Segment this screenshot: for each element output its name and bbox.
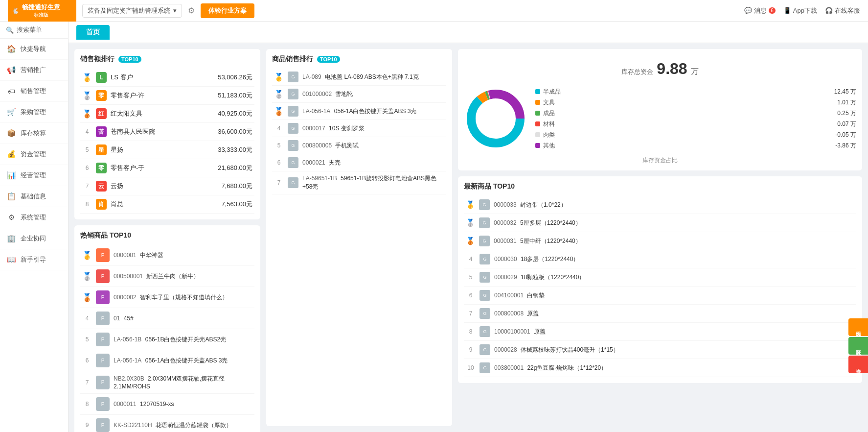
product-info: 0000030 18多层（1220*2440） [494,255,854,264]
online-service-label: 在线客服 [835,6,860,15]
product-code: LA-089 [302,73,321,80]
medal-icon: 🥉 [82,109,92,119]
message-icon: 💬 [744,7,752,14]
product-info: 003800001 22g鱼豆腐-烧烤味（1*12*20） [494,364,854,372]
new-products-list: 🥇 G 0000033 封边带（1.0*22） 🥈 G 0000032 5厘多层… [464,196,856,377]
home-icon: 🏠 [7,45,16,53]
top-bar: 🐇 畅捷通好生意 标准版 装备及固定资产辅助管理系统 ▾ ⚙ 体验行业方案 💬 … [0,0,868,22]
rank-amount: 53,006.26元 [218,73,252,82]
rank-avatar: 零 [96,163,107,173]
product-code: 003800001 [494,364,524,371]
legend-name: 其他 [543,142,832,150]
sidebar-item-label: 新手引导 [21,255,46,264]
app-selector[interactable]: 装备及固定资产辅助管理系统 ▾ [82,4,182,18]
product-info: 0000017 10S 变刹罗浆 [302,124,444,133]
medal-icon: 🥈 [82,91,92,100]
home-tab[interactable]: 首页 [76,25,110,40]
logo-icon: 🐇 [12,7,19,14]
hot-prod-row: 9 P KK-SD22110H 花语萌恒温分蘸罐袋（厚款） [80,415,254,432]
hot-prod-info: 0000002 智利车子里（规格不知道填什么） [114,293,252,302]
product-code: KK-SD22110H [114,422,152,429]
rank-avatar: 星 [96,144,107,155]
rank-row: 7 云 云扬 7,680.00元 [80,177,254,195]
sidebar-item-home[interactable]: 🏠 快捷导航 [0,39,68,60]
sidebar-item-label: 基础信息 [21,192,46,201]
product-thumb: G [288,72,298,82]
search-menu[interactable]: 🔍 搜索菜单 [0,22,68,39]
legend-value: -3.86 万 [835,142,856,150]
product-info: 0000028 体械荔枝味苏打饮品400毫升（1*15） [494,346,854,354]
product-row: 🥇 G LA-089 电池盖 LA-089 ABS本色+黑种 7.1克 [272,69,446,86]
product-info: 004100001 白钢垫 [494,291,854,300]
logo-title: 畅捷通好生意 [22,3,60,12]
product-thumb: G [480,254,490,264]
rank-amount: 21,680.00元 [218,164,252,172]
hot-prod-row: 6 P LA-056-1A 056-1A白色按键开关盖ABS 3壳 [80,350,254,371]
messages-btn[interactable]: 💬 消息 6 [744,6,776,15]
hot-prod-thumb: P [96,376,110,389]
product-code: 0000033 [494,201,517,208]
product-row: 6 G 0000021 夹壳 [272,154,446,171]
top-products-card: 商品销售排行 TOP10 🥇 G LA-089 电池盖 LA-089 ABS本色… [266,49,452,426]
hot-prod-info: 01 45# [114,315,252,322]
sidebar-item-enterprise[interactable]: 🏢 企业协同 [0,228,68,249]
float-btn-community[interactable]: 服务社区 [848,337,868,355]
medal-icon: 🥇 [274,72,284,82]
marketing-icon: 📢 [7,66,16,74]
settings-icon[interactable]: ⚙ [188,6,195,15]
sidebar-item-operations[interactable]: 📊 经营管理 [0,165,68,186]
product-code: 004100001 [494,292,524,299]
product-name: 中华神器 [140,252,163,259]
customer-rank-list: 🥇 L LS 客户 53,006.26元 🥈 零 零售客户-许 51,183.0… [80,69,254,214]
sidebar-item-basics[interactable]: 📋 基础信息 [0,186,68,207]
product-name: 体械荔枝味苏打饮品400毫升（1*15） [521,346,619,353]
product-name: 22g鱼豆腐-烧烤味（1*12*20） [527,364,607,371]
sidebar-item-purchase[interactable]: 🛒 采购管理 [0,102,68,123]
hot-prod-info: 0000001 中华神器 [114,251,252,260]
main-body: 🔍 搜索菜单 🏠 快捷导航 📢 营销推广 🏷 销售管理 🛒 采购管理 📦 [0,22,868,432]
product-info: LA-056-1A 056-1A白色按键开关盖ABS 3壳 [302,107,444,116]
legend-color [535,121,540,126]
sidebar-item-inventory[interactable]: 📦 库存核算 [0,123,68,144]
sidebar-item-guide[interactable]: 📖 新手引导 [0,249,68,270]
sidebar-item-marketing[interactable]: 📢 营销推广 [0,60,68,81]
hot-prod-info: LA-056-1A 056-1A白色按键开关盖ABS 3壳 [114,357,252,365]
product-code: NB2.0X30B [114,375,144,382]
trial-button[interactable]: 体验行业方案 [201,3,254,18]
product-code: 01 [114,315,120,322]
sidebar-item-sales[interactable]: 🏷 销售管理 [0,81,68,102]
basics-icon: 📋 [7,192,16,201]
product-code: LA-056-1A [302,108,330,115]
rank-amount: 7,680.00元 [221,182,252,191]
rank-name: 星扬 [111,145,214,154]
inventory-icon: 📦 [7,129,16,138]
hot-prod-info: 0000011 12070519-xs [114,401,252,408]
sidebar-item-label: 营销推广 [21,66,46,74]
rank-name: 苍南县人民医院 [111,127,214,136]
new-prod-row: 5 G 0000029 18颗粒板（1220*2440） [464,268,856,287]
rank-amount: 40,925.00元 [218,109,252,118]
rank-num: 5 [82,146,92,153]
product-name: 18颗粒板（1220*2440） [521,274,585,281]
float-btn-live[interactable]: 直播 [848,356,868,373]
hot-prod-thumb: P [96,290,110,304]
product-name: 18多层（1220*2440） [521,256,579,263]
medal-icon: 🥈 [466,218,475,227]
online-service-btn[interactable]: 🎧 在线客服 [825,6,860,15]
float-btn-service[interactable]: 客服热线 [848,318,868,336]
medal-icon: 🥉 [274,107,284,116]
product-thumb: G [479,236,490,246]
product-row: 7 G LA-59651-1B 59651-1B旋转投影灯电池盒ABS黑色+58… [272,171,446,194]
legend-list: 半成品 12.45 万 文具 1.01 万 成品 0.25 万 材料 0.07 … [535,88,856,150]
col-mid: 商品销售排行 TOP10 🥇 G LA-089 电池盖 LA-089 ABS本色… [266,49,452,426]
app-download-btn[interactable]: 📱 App下载 [783,6,817,15]
product-row: 4 G 0000017 10S 变刹罗浆 [272,120,446,137]
product-name: 花语萌恒温分蘸罐袋（厚款） [156,422,232,429]
sidebar-item-system[interactable]: ⚙ 系统管理 [0,207,68,228]
rank-num: 7 [82,379,92,386]
sidebar-item-finance[interactable]: 💰 资金管理 [0,144,68,165]
product-name: 10S 变刹罗浆 [329,125,365,132]
guide-icon: 📖 [7,255,16,264]
hot-prod-thumb: P [96,269,110,283]
donut-chart [464,87,527,150]
